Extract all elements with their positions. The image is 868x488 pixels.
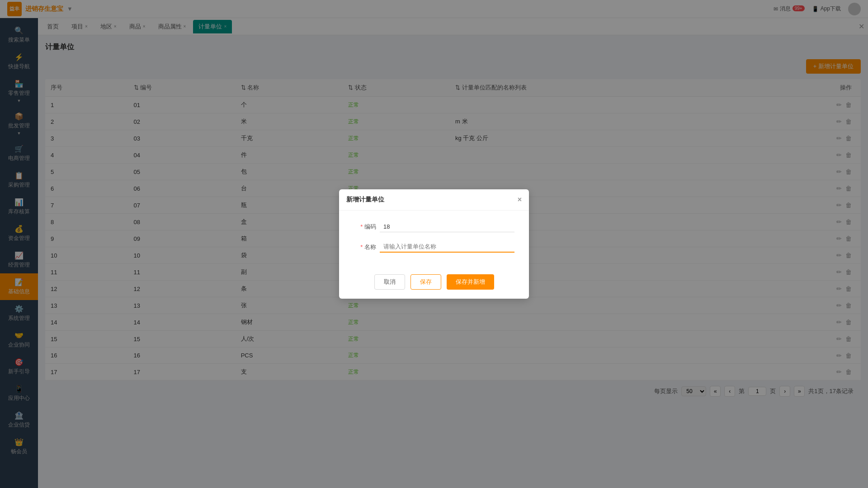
save-button[interactable]: 保存	[410, 274, 441, 290]
form-row-code: 编码	[354, 221, 514, 232]
modal-box: 新增计量单位 × 编码 名称 取消 保存 保存并新增	[339, 189, 529, 299]
modal-body: 编码 名称	[339, 211, 529, 269]
modal-overlay[interactable]: 新增计量单位 × 编码 名称 取消 保存 保存并新增	[0, 0, 868, 488]
save-and-new-button[interactable]: 保存并新增	[447, 274, 494, 290]
modal-close-button[interactable]: ×	[518, 196, 522, 204]
form-row-name: 名称	[354, 241, 514, 253]
modal-title: 新增计量单位	[346, 196, 384, 204]
code-label: 编码	[354, 223, 376, 231]
modal-footer: 取消 保存 保存并新增	[339, 269, 529, 299]
code-input[interactable]	[380, 221, 514, 232]
cancel-button[interactable]: 取消	[374, 274, 405, 290]
modal-header: 新增计量单位 ×	[339, 189, 529, 211]
name-input[interactable]	[380, 241, 514, 253]
name-label: 名称	[354, 243, 376, 251]
